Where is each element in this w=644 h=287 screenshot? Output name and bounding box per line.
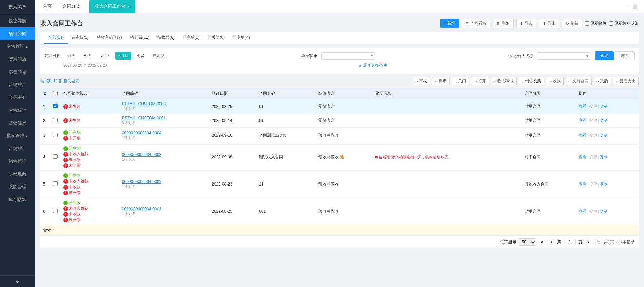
abandon-btn[interactable]: ○ 弃审 — [432, 77, 450, 85]
action-查看[interactable]: 查看 — [579, 133, 587, 138]
date-btn-更多[interactable]: 更多 — [134, 52, 148, 60]
query-button[interactable]: 查询 — [595, 51, 614, 60]
action-复制[interactable]: 复制 — [600, 182, 608, 187]
import-button[interactable]: ⬆ 导入 — [516, 19, 536, 28]
contract-code-link[interactable]: RETAIL_CUSTOM-0001 — [122, 116, 166, 120]
contract-code-link[interactable]: 0000000000004-0002 — [122, 179, 161, 184]
sidebar-item-inventory[interactable]: 库存核算 — [0, 193, 35, 206]
tab-contract_category[interactable]: 合同分类 × — [57, 0, 89, 13]
audit-btn[interactable]: ○ 审核 — [413, 77, 430, 85]
date-btn-自定义[interactable]: 自定义 — [150, 52, 168, 60]
action-复制[interactable]: 复制 — [600, 133, 608, 138]
row-checkbox[interactable] — [53, 104, 58, 108]
action-复制[interactable]: 复制 — [600, 118, 608, 123]
last-page-btn[interactable]: » — [594, 239, 601, 245]
sub-tab-changed[interactable]: 已变更(4) — [229, 32, 254, 44]
sidebar-item-member[interactable]: 会员中心 — [0, 91, 35, 104]
close-contract-btn[interactable]: ○ 关闭 — [452, 77, 469, 85]
action-查看[interactable]: 查看 — [579, 155, 587, 159]
sidebar-item-smart_store[interactable]: 智慧门店 — [0, 53, 35, 66]
contract-code-link[interactable]: 0000000000004-0003 — [122, 152, 161, 157]
next-page-btn[interactable]: › — [585, 239, 591, 245]
show-detail-checkbox[interactable] — [609, 21, 613, 26]
row-checkbox[interactable] — [53, 181, 58, 186]
sidebar-settings-btn[interactable]: ⚙ — [0, 275, 35, 287]
contract-code-link[interactable]: RETAIL_CUSTOM-0003 — [122, 101, 166, 106]
sidebar-item-project[interactable]: 项目合同 — [0, 27, 35, 40]
open-contract-btn[interactable]: ○ 打开 — [471, 77, 489, 85]
action-复制[interactable]: 复制 — [600, 104, 608, 109]
restore-icon[interactable]: ⬜ — [632, 4, 637, 9]
sub-tab-done[interactable]: 已完成(1) — [179, 32, 204, 44]
row-actions: 查看|变更|复制 — [576, 144, 639, 171]
action-查看[interactable]: 查看 — [579, 209, 587, 214]
sidebar-item-retail_stats[interactable]: 零售统计 — [0, 104, 35, 117]
date-btn-近1月[interactable]: 近1月 — [115, 52, 132, 60]
doc-status-select[interactable] — [321, 52, 375, 60]
page-size-select[interactable]: 50 100 — [519, 238, 536, 246]
sidebar-item-retail_mall[interactable]: 零售商城 — [0, 66, 35, 78]
new-button[interactable]: + 新增 — [440, 19, 459, 28]
filter-settings-button[interactable]: 设置 — [615, 51, 635, 60]
sub-tab-pending_confirm[interactable]: 待收入确认(7) — [93, 32, 126, 44]
tab-income_workbench[interactable]: 收入合同工作台 × — [89, 0, 135, 13]
sidebar-search[interactable]: 搜索菜单 — [0, 0, 35, 14]
sidebar-item-batch_mgmt[interactable]: 批发管理 ▲ — [0, 129, 35, 142]
purchase-btn[interactable]: ○ 采购 — [594, 77, 611, 85]
row-checkbox[interactable] — [53, 118, 58, 122]
row-checkbox[interactable] — [53, 209, 58, 213]
contract-code-link[interactable]: 0000000000004-0001 — [122, 207, 161, 211]
show-stage-checkbox[interactable] — [585, 21, 589, 26]
col-name: 合同名称 — [256, 88, 316, 99]
action-复制[interactable]: 复制 — [600, 155, 608, 159]
col-settings[interactable]: ⚙ — [40, 88, 50, 99]
sidebar-item-retail_mgmt[interactable]: 零售管理 ▲ — [0, 40, 35, 53]
date-btn-近7天[interactable]: 近7天 — [97, 52, 113, 60]
refresh-button[interactable]: ↻ 刷新 — [562, 19, 582, 28]
action-查看[interactable]: 查看 — [579, 118, 587, 123]
row-checkbox[interactable] — [53, 133, 58, 137]
row-actions: 查看|变更|复制 — [576, 171, 639, 198]
sidebar-nav-quicknav[interactable]: 快捷导航 — [0, 14, 35, 27]
contract-board-button[interactable]: ⊞ 合同看板 — [462, 19, 490, 28]
sidebar-item-sales_mgmt[interactable]: 销售管理 — [0, 155, 35, 168]
action-查看[interactable]: 查看 — [579, 104, 587, 109]
tab-close-income_workbench[interactable]: × — [127, 4, 129, 8]
tab-home[interactable]: 首页 — [38, 0, 57, 13]
delete-button[interactable]: 🗑 删除 — [493, 19, 514, 28]
row-checkbox[interactable] — [53, 154, 58, 159]
sidebar-item-marketing2[interactable]: 营销推广 — [0, 142, 35, 155]
expand-more-btn[interactable]: ∨ 展开更多条件 — [358, 63, 387, 68]
contract-code-link[interactable]: 0000000000004-0004 — [122, 131, 161, 135]
date-btn-昨天[interactable]: 昨天 — [65, 52, 79, 60]
out-contract-btn[interactable]: ○ 支出合同 — [566, 77, 591, 85]
sidebar-item-xiaochang[interactable]: 小畅电商 — [0, 168, 35, 180]
sidebar-item-marketing[interactable]: 营销推广 — [0, 78, 35, 91]
income-confirm-select[interactable] — [537, 52, 591, 60]
sub-tab-closed[interactable]: 已关闭(0) — [203, 32, 229, 44]
row-sign-date: 2022-08-25 — [209, 198, 256, 225]
sidebar-item-purchase[interactable]: 采购管理 — [0, 180, 35, 193]
sub-tab-pending_payment[interactable]: 待收款(8) — [153, 32, 179, 44]
prev-page-btn[interactable]: ‹ — [548, 239, 554, 245]
collection-btn[interactable]: ○ 收款 — [546, 77, 564, 85]
select-all-checkbox[interactable] — [53, 91, 58, 95]
sidebar-item-base_info[interactable]: 基础信息 — [0, 117, 35, 129]
export-icon: ⬇ — [543, 21, 546, 26]
sales-invoice-btn[interactable]: ○ 销售发票 — [519, 77, 544, 85]
first-page-btn[interactable]: « — [539, 239, 546, 245]
sub-tab-pending_audit[interactable]: 待审核(2) — [68, 32, 93, 44]
sub-tab-all[interactable]: 全部(11) — [44, 32, 68, 44]
date-btn-今天[interactable]: 今天 — [81, 52, 95, 60]
expense-btn[interactable]: ○ 费用支出 — [613, 77, 639, 85]
sub-tab-pending_invoice[interactable]: 待开票(11) — [126, 32, 153, 44]
page-number-input[interactable] — [564, 239, 576, 245]
action-复制[interactable]: 复制 — [600, 209, 608, 214]
action-查看[interactable]: 查看 — [579, 182, 587, 187]
close-window-icon[interactable]: ✕ — [626, 4, 630, 9]
window-controls: ✕ ⬜ — [622, 4, 641, 9]
income-confirm-btn[interactable]: ○ 收入确认 — [491, 77, 517, 85]
row-code-sub: 1行明细 — [122, 157, 206, 162]
tab-close-contract_category[interactable]: × — [82, 4, 84, 8]
export-button[interactable]: ⬇ 导出 — [539, 19, 559, 28]
